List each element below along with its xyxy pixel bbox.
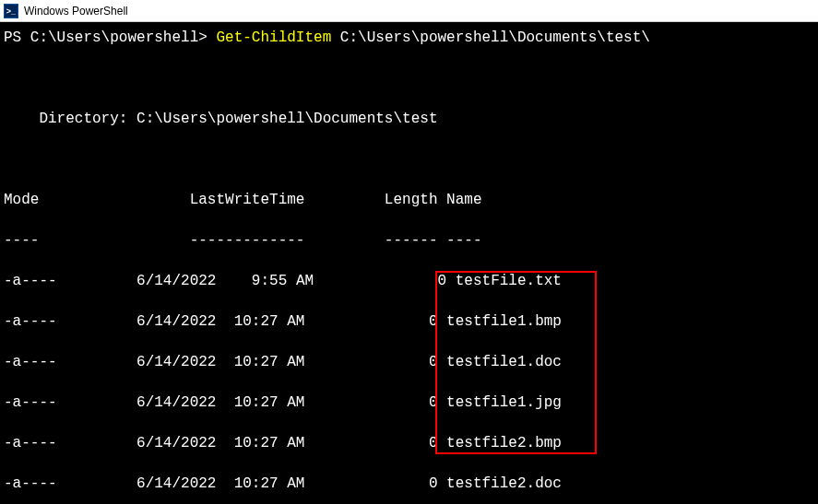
powershell-window: >_ Windows PowerShell PS C:\Users\powers… xyxy=(0,0,818,504)
powershell-icon: >_ xyxy=(4,4,18,18)
prompt-1: PS C:\Users\powershell> xyxy=(4,29,216,46)
directory-line: Directory: C:\Users\powershell\Documents… xyxy=(4,109,814,129)
table-row: -a---- 6/14/2022 10:27 AM 0 testfile1.do… xyxy=(4,352,814,372)
titlebar[interactable]: >_ Windows PowerShell xyxy=(0,0,818,22)
table-header-dashes: ---- ------------- ------ ---- xyxy=(4,230,814,251)
path-arg-1: C:\Users\powershell\Documents\test\ xyxy=(331,29,650,46)
table-header: Mode LastWriteTime Length Name xyxy=(4,190,814,210)
table-row: -a---- 6/14/2022 10:27 AM 0 testfile2.bm… xyxy=(4,433,814,453)
table-row: -a---- 6/14/2022 10:27 AM 0 testfile2.do… xyxy=(4,474,814,494)
terminal-body[interactable]: PS C:\Users\powershell> Get-ChildItem C:… xyxy=(0,22,818,504)
window-title: Windows PowerShell xyxy=(24,5,128,18)
file-listing: -a---- 6/14/2022 9:55 AM 0 testFile.txt … xyxy=(4,271,814,504)
table-row: -a---- 6/14/2022 10:27 AM 0 testfile1.jp… xyxy=(4,393,814,413)
table-row: -a---- 6/14/2022 10:27 AM 0 testfile1.bm… xyxy=(4,311,814,332)
table-row: -a---- 6/14/2022 9:55 AM 0 testFile.txt xyxy=(4,271,814,291)
cmdlet-getchilditem-1: Get-ChildItem xyxy=(216,29,331,46)
